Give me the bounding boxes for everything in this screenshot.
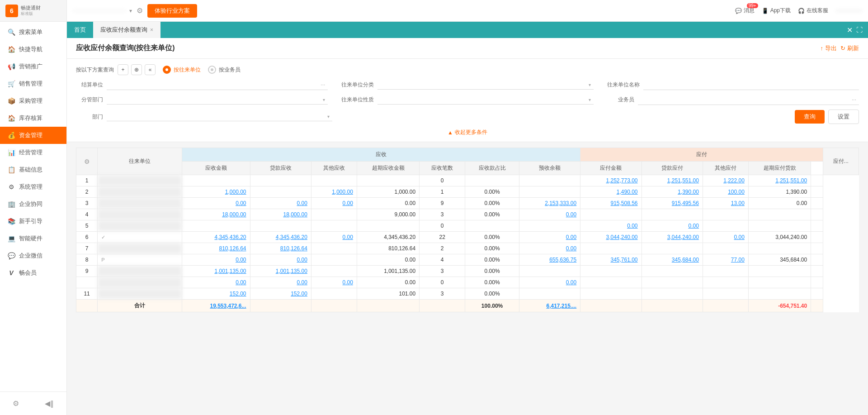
row-ar-loan[interactable]: 0.00: [250, 254, 311, 266]
filter-collapse-button[interactable]: ▲ 收起更多条件: [76, 129, 859, 136]
row-ar-loan[interactable]: 4,345,436.20: [250, 232, 311, 243]
row-ap-amount[interactable]: 345,761.00: [580, 254, 642, 266]
topbar-service-button[interactable]: 🎧 在线客服: [798, 7, 828, 14]
row-ap-other[interactable]: 100.00: [703, 186, 748, 198]
tab-close-icon[interactable]: ×: [150, 27, 153, 33]
sidebar-item-guide[interactable]: 📚 新手引导: [0, 213, 66, 230]
partner-category-select[interactable]: ▾: [377, 81, 593, 90]
row-ar-other[interactable]: 0.00: [311, 277, 357, 288]
row-ar-amount[interactable]: 0.00: [182, 198, 250, 209]
settlement-input[interactable]: ···: [107, 80, 328, 90]
row-prepay[interactable]: 655,636.75: [519, 254, 580, 266]
row-prepay[interactable]: 0.00: [519, 209, 580, 220]
filter-settings-button[interactable]: ⊕: [131, 64, 142, 75]
row-ar-other[interactable]: 0.00: [311, 198, 357, 209]
tab-close-window-icon[interactable]: ✕: [847, 26, 853, 34]
partner-nature-select[interactable]: ▾: [377, 95, 593, 105]
sidebar-item-sales[interactable]: 🛒 销售管理: [0, 75, 66, 92]
row-ar-other[interactable]: 1,000.00: [311, 186, 357, 198]
row-ap-loan[interactable]: 0.00: [642, 220, 703, 232]
row-ar-amount[interactable]: 1,000.00: [182, 186, 250, 198]
department-select[interactable]: ▾: [107, 112, 332, 121]
data-table: ⚙ 往来单位 应收 应付 应付... 应收金额 贷款应收 其他应收 超期应收金额…: [76, 148, 859, 312]
row-ar-amount[interactable]: 0.00: [182, 277, 250, 288]
topbar-msg-button[interactable]: 💬 消息 99+: [735, 7, 755, 14]
sidebar-collapse-button[interactable]: ◀‖: [42, 396, 57, 410]
row-ar-loan[interactable]: 152.00: [250, 288, 311, 300]
sidebar-item-wechat[interactable]: 💬 企业微信: [0, 247, 66, 264]
query-button[interactable]: 查询: [795, 110, 825, 124]
row-ap-loan[interactable]: 1,390.00: [642, 186, 703, 198]
row-prepay[interactable]: 2,153,333.00: [519, 198, 580, 209]
row-ar-amount[interactable]: 0.00: [182, 254, 250, 266]
sidebar-item-basic[interactable]: 📋 基础信息: [0, 161, 66, 178]
sidebar-item-system[interactable]: ⚙ 系统管理: [0, 178, 66, 196]
sidebar-item-finance[interactable]: 💰 资金管理: [0, 127, 66, 144]
row-ar-ratio: 0.00%: [465, 198, 519, 209]
topbar-app-button[interactable]: 📱 App下载: [762, 7, 791, 14]
row-ar-amount[interactable]: 810,126.64: [182, 243, 250, 254]
filter-field-department: 部门 ▾: [76, 110, 332, 124]
row-ar-ratio: 0.00%: [465, 266, 519, 277]
sidebar-item-member[interactable]: V 畅会员: [0, 264, 66, 281]
row-ar-other[interactable]: 0.00: [311, 232, 357, 243]
row-ap-amount[interactable]: 915,508.56: [580, 198, 642, 209]
row-ap-loan[interactable]: 3,044,240.00: [642, 232, 703, 243]
table-settings-icon[interactable]: ⚙: [84, 158, 90, 165]
sidebar-item-purchase[interactable]: 📦 采购管理: [0, 92, 66, 110]
settings-button[interactable]: 设置: [828, 110, 859, 124]
row-ap-other[interactable]: 1,222.00: [703, 175, 748, 186]
row-ar-loan[interactable]: 18,000.00: [250, 209, 311, 220]
row-ar-count: 0: [420, 277, 465, 288]
row-ar-loan[interactable]: 0.00: [250, 277, 311, 288]
row-ar-ratio: 0.00%: [465, 232, 519, 243]
row-prepay[interactable]: 0.00: [519, 232, 580, 243]
row-ap-other[interactable]: 0.00: [703, 232, 748, 243]
row-ar-loan[interactable]: 1,001,135.00: [250, 266, 311, 277]
total-ar-amount[interactable]: 19,553,472,6...: [182, 300, 250, 312]
topbar-gear-icon[interactable]: ⚙: [135, 5, 145, 17]
dept-select[interactable]: ▾: [107, 95, 328, 105]
row-ar-amount[interactable]: 152.00: [182, 288, 250, 300]
sidebar-item-quick[interactable]: 🏠 快捷导航: [0, 41, 66, 58]
row-ap-amount[interactable]: 0.00: [580, 220, 642, 232]
filter-collapse-button[interactable]: «: [145, 64, 156, 75]
sidebar-settings-button[interactable]: ⚙: [10, 396, 22, 410]
row-prepay[interactable]: 0.00: [519, 277, 580, 288]
col-ar-other-header: 其他应收: [311, 162, 357, 175]
row-ar-loan[interactable]: 810,126.64: [250, 243, 311, 254]
row-ar-amount[interactable]: 4,345,436.20: [182, 232, 250, 243]
sidebar-item-hardware[interactable]: 💻 智能硬件: [0, 230, 66, 247]
row-ap-loan[interactable]: 345,684.00: [642, 254, 703, 266]
row-ar-amount[interactable]: 18,000.00: [182, 209, 250, 220]
topbar-cta-button[interactable]: 体验行业方案: [147, 4, 197, 18]
row-ap-loan[interactable]: 915,495.56: [642, 198, 703, 209]
sidebar-item-inventory[interactable]: 🏠 库存核算: [0, 110, 66, 127]
tab-home[interactable]: 首页: [67, 22, 93, 38]
sidebar-item-operation[interactable]: 📊 经营管理: [0, 144, 66, 161]
sidebar-item-search[interactable]: 🔍 搜索菜单: [0, 24, 66, 41]
row-ap-other[interactable]: 13.00: [703, 198, 748, 209]
topbar-user[interactable]: [835, 10, 863, 12]
row-prepay[interactable]: 0.00: [519, 243, 580, 254]
salesperson-input[interactable]: ···: [638, 95, 859, 105]
row-ap-loan[interactable]: 1,251,551.00: [642, 175, 703, 186]
filter-option-partner[interactable]: 按往来单位: [163, 66, 201, 74]
row-ap-amount[interactable]: 1,252,773.00: [580, 175, 642, 186]
row-ap-overdue[interactable]: 1,251,551.00: [748, 175, 811, 186]
row-ar-amount[interactable]: 1,001,135.00: [182, 266, 250, 277]
filter-add-button[interactable]: +: [118, 64, 128, 75]
export-button[interactable]: ↑ 导出: [821, 44, 837, 52]
refresh-button[interactable]: ↻ 刷新: [840, 44, 859, 52]
row-ap-amount[interactable]: 3,044,240.00: [580, 232, 642, 243]
tab-maximize-icon[interactable]: ⛶: [856, 26, 863, 33]
tab-arbalance[interactable]: 应收应付余额查询 ×: [93, 22, 160, 38]
sidebar-item-marketing[interactable]: 📢 营销推广: [0, 58, 66, 75]
row-ar-loan[interactable]: 0.00: [250, 198, 311, 209]
partner-name-input[interactable]: [643, 80, 859, 90]
total-prepay[interactable]: 6,417,215....: [519, 300, 580, 312]
row-ap-other[interactable]: 77.00: [703, 254, 748, 266]
row-ap-amount[interactable]: 1,490.00: [580, 186, 642, 198]
sidebar-item-corp[interactable]: 🏢 企业协同: [0, 196, 66, 213]
filter-option-salesperson[interactable]: 按业务员: [208, 66, 241, 74]
